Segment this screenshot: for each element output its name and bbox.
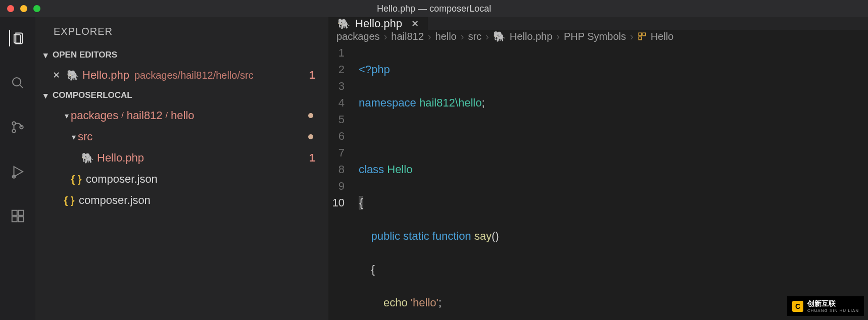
chevron-down-icon: ▾ <box>63 111 71 121</box>
svg-line-1 <box>20 85 23 88</box>
line-number: 3 <box>328 78 345 94</box>
maximize-window-button[interactable] <box>33 5 40 12</box>
window-title: Hello.php — composerLocal <box>377 4 491 14</box>
chevron-down-icon: ▾ <box>41 50 50 61</box>
line-number: 2 <box>328 61 345 78</box>
svg-point-2 <box>12 122 16 125</box>
line-number: 5 <box>328 111 345 128</box>
watermark-logo: C 创新互联 CHUANG XIN HU LIAN <box>787 296 864 316</box>
tree-file-hello-php[interactable]: 🐘 Hello.php 1 <box>35 147 328 169</box>
code-token: { <box>359 196 363 209</box>
workspace-label: COMPOSERLOCAL <box>53 90 132 100</box>
activity-search-icon[interactable] <box>10 75 26 91</box>
code-token: function <box>432 230 471 242</box>
line-number: 7 <box>328 144 345 161</box>
svg-rect-10 <box>18 210 23 216</box>
code-token: ; <box>439 296 442 309</box>
code-line[interactable]: public static function say() <box>359 228 499 244</box>
activity-extensions-icon[interactable] <box>10 208 26 224</box>
svg-marker-5 <box>14 167 23 177</box>
php-file-icon: 🐘 <box>337 18 350 30</box>
chevron-down-icon: ▾ <box>41 90 50 101</box>
code-token: () <box>492 230 499 242</box>
folder-label: src <box>78 130 92 143</box>
problems-count-badge: 1 <box>309 151 315 165</box>
editor-area: 🐘 Hello.php ✕ packages › hail812 › hello… <box>328 17 868 320</box>
tree-file-composer-json-inner[interactable]: { } composer.json <box>35 169 328 190</box>
chevron-down-icon: ▾ <box>70 132 78 142</box>
tree-folder-packages[interactable]: ▾ packages / hail812 / hello <box>35 105 328 126</box>
close-window-button[interactable] <box>7 5 14 12</box>
code-line[interactable]: { <box>359 194 499 211</box>
close-tab-icon[interactable]: ✕ <box>411 18 419 29</box>
traffic-lights <box>7 5 40 12</box>
code-editor[interactable]: 1 2 3 4 5 6 7 8 9 10 <?php namespace hai… <box>328 42 868 320</box>
code-line[interactable]: echo 'hello'; <box>359 294 499 311</box>
activity-explorer-icon[interactable] <box>9 30 25 46</box>
code-token: class <box>359 163 384 176</box>
chevron-right-icon: › <box>461 31 464 42</box>
code-token: say <box>474 230 492 242</box>
breadcrumb-item[interactable]: Hello.php <box>510 31 553 42</box>
code-line[interactable]: class Hello <box>359 161 499 178</box>
breadcrumb: packages › hail812 › hello › src › 🐘 Hel… <box>328 30 868 42</box>
code-token: <?php <box>359 63 390 76</box>
code-token: 'hello' <box>411 296 439 309</box>
json-file-icon: { } <box>71 174 81 185</box>
code-line[interactable] <box>359 128 499 144</box>
explorer-sidebar: EXPLORER ▾ OPEN EDITORS ✕ 🐘 Hello.php pa… <box>35 17 328 320</box>
breadcrumb-item[interactable]: Hello <box>651 31 674 42</box>
file-label: composer.json <box>79 194 151 207</box>
code-token: echo <box>383 296 408 309</box>
open-editors-label: OPEN EDITORS <box>53 50 117 60</box>
json-file-icon: { } <box>64 195 74 206</box>
minimize-window-button[interactable] <box>20 5 27 12</box>
folder-segment: hail812 <box>127 109 163 122</box>
svg-rect-12 <box>643 33 646 36</box>
tree-folder-src[interactable]: ▾ src <box>35 126 328 147</box>
tree-file-composer-json-root[interactable]: { } composer.json <box>35 190 328 211</box>
file-label: composer.json <box>86 173 158 186</box>
path-separator: / <box>121 111 123 120</box>
code-token: static <box>403 230 429 242</box>
activity-run-debug-icon[interactable] <box>10 164 26 180</box>
breadcrumb-item[interactable]: hello <box>435 31 456 42</box>
breadcrumb-item[interactable]: src <box>468 31 481 42</box>
folder-segment: hello <box>171 109 194 122</box>
logo-mark: C <box>792 301 803 312</box>
modified-dot-icon <box>308 134 313 139</box>
activity-source-control-icon[interactable] <box>10 119 26 135</box>
editor-tab-hello-php[interactable]: 🐘 Hello.php ✕ <box>328 17 428 30</box>
open-editor-file-path: packages/hail812/hello/src <box>134 70 254 81</box>
workspace-header[interactable]: ▾ COMPOSERLOCAL <box>35 86 328 105</box>
breadcrumb-item[interactable]: hail812 <box>391 31 424 42</box>
breadcrumb-item[interactable]: PHP Symbols <box>564 31 626 42</box>
chevron-right-icon: › <box>556 31 560 42</box>
svg-rect-7 <box>12 210 17 216</box>
open-editor-item[interactable]: ✕ 🐘 Hello.php packages/hail812/hello/src… <box>35 65 328 86</box>
title-bar: Hello.php — composerLocal <box>0 0 868 17</box>
line-number: 8 <box>328 161 345 178</box>
chevron-right-icon: › <box>486 31 489 42</box>
code-token: hail812\hello <box>419 96 482 109</box>
open-editors-header[interactable]: ▾ OPEN EDITORS <box>35 45 328 65</box>
code-line[interactable]: { <box>359 261 499 278</box>
explorer-title: EXPLORER <box>35 17 328 45</box>
line-number: 6 <box>328 128 345 144</box>
code-line[interactable]: namespace hail812\hello; <box>359 94 499 111</box>
svg-rect-13 <box>639 37 642 40</box>
chevron-right-icon: › <box>630 31 634 42</box>
chevron-right-icon: › <box>384 31 388 42</box>
editor-tab-bar: 🐘 Hello.php ✕ <box>328 17 868 30</box>
code-line[interactable]: <?php <box>359 61 499 78</box>
breadcrumb-item[interactable]: packages <box>336 31 380 42</box>
activity-bar <box>0 17 35 320</box>
code-content[interactable]: <?php namespace hail812\hello; class Hel… <box>359 44 499 320</box>
code-token: ; <box>481 96 485 109</box>
php-file-icon: 🐘 <box>67 69 79 81</box>
logo-subtext: CHUANG XIN HU LIAN <box>807 308 859 313</box>
path-separator: / <box>166 111 168 120</box>
close-editor-icon[interactable]: ✕ <box>53 70 60 81</box>
line-number: 10 <box>328 194 345 211</box>
php-file-icon: 🐘 <box>81 152 94 164</box>
